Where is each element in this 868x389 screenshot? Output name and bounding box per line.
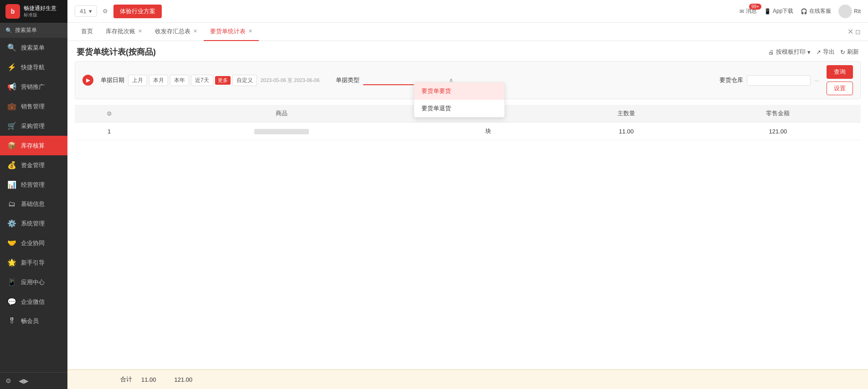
dropdown-icon: ▾ bbox=[807, 49, 811, 56]
sidebar-item-basic[interactable]: 🗂基础信息 bbox=[0, 194, 67, 214]
date-btn-this-month[interactable]: 本月 bbox=[149, 75, 168, 86]
close-tab-inventory-batch[interactable]: ✕ bbox=[138, 29, 142, 34]
nav-label-operations: 经营管理 bbox=[21, 181, 45, 189]
trial-button[interactable]: 体验行业方案 bbox=[113, 5, 162, 18]
query-button[interactable]: 查询 bbox=[827, 65, 853, 79]
date-btn-this-year[interactable]: 本年 bbox=[170, 75, 189, 86]
headset-icon: 🎧 bbox=[801, 8, 807, 15]
page-header: 要货单统计表(按商品) 🖨 按模板打印 ▾ ↗ 导出 ↻ 刷新 bbox=[67, 41, 868, 61]
user-avatar[interactable]: Rit bbox=[838, 5, 861, 18]
sidebar-item-guide[interactable]: 🌟新手引导 bbox=[0, 253, 67, 272]
nav-icon-basic: 🗂 bbox=[7, 200, 16, 208]
page-content: 要货单统计表(按商品) 🖨 按模板打印 ▾ ↗ 导出 ↻ 刷新 ▶ bbox=[67, 41, 868, 389]
workspace-selector[interactable]: 41 ▾ bbox=[75, 5, 97, 17]
date-more-badge[interactable]: 更多 bbox=[215, 76, 231, 85]
tab-order-stat[interactable]: 要货单统计表 ✕ bbox=[204, 23, 259, 41]
app-logo: b bbox=[5, 4, 20, 19]
nav-label-inventory: 库存核算 bbox=[21, 142, 45, 150]
footer-amount: 121.00 bbox=[175, 376, 193, 383]
nav-icon-guide: 🌟 bbox=[7, 258, 16, 267]
sidebar-item-member[interactable]: 🎖畅会员 bbox=[0, 312, 67, 331]
nav-label-quick: 快捷导航 bbox=[21, 63, 45, 72]
nav-label-search: 搜索菜单 bbox=[21, 44, 45, 52]
date-btn-last-7-days[interactable]: 近7天 bbox=[191, 75, 213, 86]
warehouse-input[interactable] bbox=[747, 75, 811, 86]
sidebar-item-purchase[interactable]: 🛒采购管理 bbox=[0, 116, 67, 136]
sidebar-item-system[interactable]: ⚙️系统管理 bbox=[0, 214, 67, 233]
footer-label: 合计 bbox=[120, 375, 132, 384]
tab-inventory-batch[interactable]: 库存批次账 ✕ bbox=[99, 23, 149, 41]
download-icon: 📱 bbox=[764, 8, 771, 15]
app-download-button[interactable]: 📱 App下载 bbox=[764, 7, 793, 15]
close-tab-order-stat[interactable]: ✕ bbox=[248, 29, 252, 34]
nav-icon-quick: ⚡ bbox=[7, 63, 16, 72]
column-settings-icon[interactable]: ⚙ bbox=[75, 105, 144, 123]
sidebar-item-wechat[interactable]: 💬企业微信 bbox=[0, 292, 67, 312]
nav-label-apps: 应用中心 bbox=[21, 278, 45, 287]
date-filter-group: 单据日期 上月 本月 本年 近7天 更多 自定义 2023-05-06 至 20… bbox=[101, 75, 319, 86]
nav-icon-enterprise: 🤝 bbox=[7, 239, 16, 247]
refresh-button[interactable]: ↻ 刷新 bbox=[840, 48, 859, 56]
nav-label-sales: 销售管理 bbox=[21, 102, 45, 111]
collapse-icon[interactable]: ◀▶ bbox=[19, 377, 29, 384]
row-goods bbox=[144, 123, 419, 140]
column-amount: 零售金额 bbox=[695, 105, 861, 123]
sidebar-item-marketing[interactable]: 📢营销推广 bbox=[0, 77, 67, 97]
sidebar-item-operations[interactable]: 📊经营管理 bbox=[0, 175, 67, 194]
expand-tabs-icon[interactable]: ⊡ bbox=[855, 28, 861, 36]
tab-receivable[interactable]: 收发存汇总表 ✕ bbox=[149, 23, 204, 41]
export-button[interactable]: ↗ 导出 bbox=[816, 48, 835, 56]
settings-icon[interactable]: ⚙ bbox=[103, 8, 108, 15]
sidebar: b 畅捷通好生意 标准版 🔍 搜索菜单 🔍搜索菜单⚡快捷导航📢营销推广💼销售管理… bbox=[0, 0, 67, 389]
nav-label-marketing: 营销推广 bbox=[21, 83, 45, 91]
warehouse-more-icon[interactable]: ··· bbox=[814, 77, 819, 84]
topbar-right: ✉ 消息 99+ 📱 App下载 🎧 在线客服 Rit bbox=[740, 5, 861, 18]
nav-icon-sales: 💼 bbox=[7, 102, 16, 111]
table-body: 1 块 11.00 121.00 bbox=[75, 123, 861, 140]
dropdown-item-order-return[interactable]: 要货单退货 bbox=[414, 100, 504, 117]
tab-home[interactable]: 首页 bbox=[75, 23, 99, 41]
nav-icon-marketing: 📢 bbox=[7, 82, 16, 91]
sidebar-header: b 畅捷通好生意 标准版 bbox=[0, 0, 67, 23]
filter-settings-button[interactable]: 设置 bbox=[827, 82, 853, 95]
sidebar-item-inventory[interactable]: 📦库存核算 bbox=[0, 136, 67, 155]
goods-placeholder bbox=[254, 129, 309, 134]
filter-expand-button[interactable]: ▶ bbox=[82, 75, 93, 86]
dropdown-item-order-goods[interactable]: 要货单要货 bbox=[414, 82, 504, 100]
table-row: 1 块 11.00 121.00 bbox=[75, 123, 861, 140]
messages-button[interactable]: ✉ 消息 99+ bbox=[740, 7, 757, 15]
online-service-button[interactable]: 🎧 在线客服 bbox=[801, 7, 831, 15]
data-table-wrap: ⚙ 商品 主计量单位 主数量 零售金额 1 块 11.00 bbox=[67, 105, 868, 369]
page-title: 要货单统计表(按商品) bbox=[77, 46, 156, 57]
print-button[interactable]: 🖨 按模板打印 ▾ bbox=[768, 48, 811, 56]
sidebar-item-enterprise[interactable]: 🤝企业协同 bbox=[0, 233, 67, 253]
settings-icon[interactable]: ⚙ bbox=[5, 377, 11, 384]
close-tab-receivable[interactable]: ✕ bbox=[193, 29, 197, 34]
sidebar-footer: ⚙ ◀▶ bbox=[0, 372, 67, 389]
sidebar-search[interactable]: 🔍 搜索菜单 bbox=[0, 23, 67, 38]
message-icon: ✉ bbox=[740, 8, 744, 15]
row-qty: 11.00 bbox=[557, 123, 695, 140]
nav-icon-operations: 📊 bbox=[7, 180, 16, 189]
refresh-icon: ↻ bbox=[840, 49, 845, 56]
close-all-tabs-button[interactable]: ✕ bbox=[847, 27, 853, 36]
nav-label-enterprise: 企业协同 bbox=[21, 239, 45, 247]
sidebar-item-quick[interactable]: ⚡快捷导航 bbox=[0, 57, 67, 77]
sidebar-item-apps[interactable]: 📱应用中心 bbox=[0, 272, 67, 292]
main-content: 41 ▾ ⚙ 体验行业方案 ✉ 消息 99+ 📱 App下载 🎧 在线客服 R bbox=[67, 0, 868, 389]
app-title: 畅捷通好生意 标准版 bbox=[24, 5, 56, 18]
filter-action-buttons: 查询 设置 bbox=[827, 65, 853, 95]
date-btn-custom[interactable]: 自定义 bbox=[232, 75, 257, 86]
chevron-down-icon: ▾ bbox=[89, 8, 92, 15]
sidebar-nav: 🔍搜索菜单⚡快捷导航📢营销推广💼销售管理🛒采购管理📦库存核算💰资金管理📊经营管理… bbox=[0, 38, 67, 372]
row-number: 1 bbox=[75, 123, 144, 140]
nav-icon-member: 🎖 bbox=[7, 317, 16, 325]
sidebar-item-search[interactable]: 🔍搜索菜单 bbox=[0, 38, 67, 57]
avatar-image bbox=[838, 5, 852, 18]
nav-label-guide: 新手引导 bbox=[21, 259, 45, 267]
sidebar-item-finance[interactable]: 💰资金管理 bbox=[0, 155, 67, 175]
date-range-text: 2023-05-06 至 2023-06-06 bbox=[261, 77, 320, 84]
topbar-left: 41 ▾ ⚙ 体验行业方案 bbox=[75, 5, 734, 18]
sidebar-item-sales[interactable]: 💼销售管理 bbox=[0, 97, 67, 116]
date-btn-last-month[interactable]: 上月 bbox=[128, 75, 147, 86]
